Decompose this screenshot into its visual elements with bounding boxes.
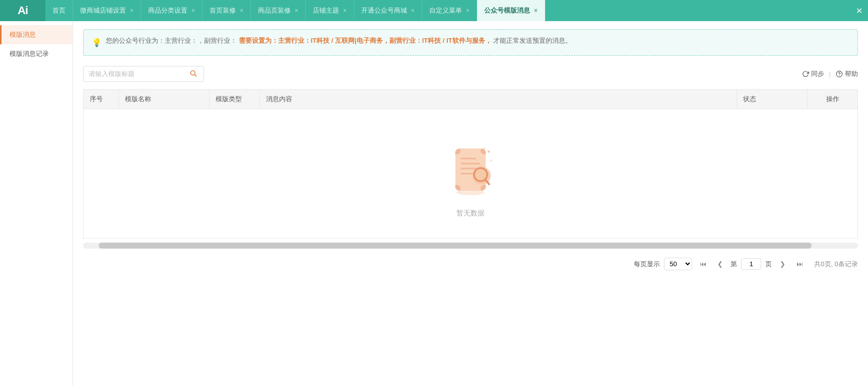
search-input-wrap xyxy=(83,66,204,82)
tab-开通公众号商城[interactable]: 开通公众号商城× xyxy=(354,0,422,21)
tab-close-icon[interactable]: × xyxy=(240,7,243,14)
notice-text: 您的公众号行业为：主营行业：，副营行业： 需要设置为：主营行业：IT科技 / 互… xyxy=(106,36,572,46)
scroll-thumb xyxy=(99,243,812,249)
help-label: 帮助 xyxy=(845,69,858,79)
tab-list: 首页微商城店铺设置×商品分类设置×首页装修×商品页装修×店铺主题×开通公众号商城… xyxy=(45,0,850,21)
total-info: 共0页, 0条记录 xyxy=(814,260,858,269)
svg-text:✦: ✦ xyxy=(487,149,491,155)
tab-label: 自定义菜单 xyxy=(429,6,462,15)
tab-首页装修[interactable]: 首页装修× xyxy=(203,0,251,21)
tab-close-icon[interactable]: × xyxy=(466,7,470,14)
tab-close-icon[interactable]: × xyxy=(343,7,347,14)
tab-label: 公众号模版消息 xyxy=(484,6,530,15)
toolbar-right: 同步 | 帮助 xyxy=(802,69,858,79)
tab-label: 商品页装修 xyxy=(258,6,291,15)
empty-text: 暂无数据 xyxy=(84,209,857,218)
notice-box: 💡 您的公众号行业为：主营行业：，副营行业： 需要设置为：主营行业：IT科技 /… xyxy=(83,29,858,56)
bulb-icon: 💡 xyxy=(92,36,102,49)
tab-close-icon[interactable]: × xyxy=(130,7,133,14)
tab-label: 首页 xyxy=(52,6,65,15)
tab-close-icon[interactable]: × xyxy=(295,7,298,14)
tab-label: 店铺主题 xyxy=(313,6,339,15)
search-bar: 同步 | 帮助 xyxy=(83,66,858,82)
page-di-label: 第 xyxy=(730,260,737,269)
last-page-button[interactable]: ⏭ xyxy=(793,258,806,271)
tab-close-icon[interactable]: × xyxy=(411,7,415,14)
content-area: 💡 您的公众号行业为：主营行业：，副营行业： 需要设置为：主营行业：IT科技 /… xyxy=(73,21,868,386)
tab-close-icon[interactable]: × xyxy=(534,7,538,14)
tab-店铺主题[interactable]: 店铺主题× xyxy=(306,0,354,21)
top-nav: Ai 首页微商城店铺设置×商品分类设置×首页装修×商品页装修×店铺主题×开通公众… xyxy=(0,0,868,21)
col-header-seq: 序号 xyxy=(84,89,119,109)
empty-state: ✦ ✦ ✦ 暂无数据 xyxy=(84,109,857,238)
pagination: 每页显示 102050100 ⏮ ❮ 第 页 ❯ ⏭ 共0页, 0条记录 xyxy=(83,253,858,274)
tab-label: 开通公众号商城 xyxy=(361,6,407,15)
col-header-name: 模版名称 xyxy=(119,89,210,109)
sidebar: 模版消息模版消息记录 xyxy=(0,21,73,386)
svg-line-1 xyxy=(194,74,196,76)
current-page-input[interactable] xyxy=(741,258,761,270)
horizontal-scrollbar[interactable] xyxy=(83,243,858,249)
tab-label: 首页装修 xyxy=(210,6,236,15)
close-all-button[interactable]: ✕ xyxy=(850,0,868,21)
help-button[interactable]: 帮助 xyxy=(836,69,858,79)
svg-text:✦: ✦ xyxy=(490,159,493,163)
page-size-label: 每页显示 xyxy=(634,260,660,269)
prev-page-button[interactable]: ❮ xyxy=(713,258,726,271)
tab-label: 商品分类设置 xyxy=(148,6,187,15)
first-page-button[interactable]: ⏮ xyxy=(696,258,709,271)
sync-label: 同步 xyxy=(811,69,824,79)
tab-close-icon[interactable]: × xyxy=(191,7,195,14)
tab-自定义菜单[interactable]: 自定义菜单× xyxy=(422,0,477,21)
page-size-select[interactable]: 102050100 xyxy=(664,258,692,270)
tab-商品分类设置[interactable]: 商品分类设置× xyxy=(141,0,203,21)
page-label: 页 xyxy=(765,260,772,269)
tab-商品页装修[interactable]: 商品页装修× xyxy=(251,0,306,21)
search-button[interactable] xyxy=(184,66,202,82)
empty-icon: ✦ ✦ ✦ xyxy=(440,139,501,200)
data-table: 序号模版名称模版类型消息内容状态操作 xyxy=(83,89,858,239)
next-page-button[interactable]: ❯ xyxy=(776,258,789,271)
col-header-type: 模版类型 xyxy=(210,89,260,109)
col-header-status: 状态 xyxy=(737,89,808,109)
sidebar-item-模版消息记录[interactable]: 模版消息记录 xyxy=(0,44,73,63)
tab-label: 微商城店铺设置 xyxy=(80,6,126,15)
search-input[interactable] xyxy=(84,67,184,81)
tab-首页[interactable]: 首页 xyxy=(45,0,73,21)
tab-公众号模版消息[interactable]: 公众号模版消息× xyxy=(477,0,545,21)
col-header-action: 操作 xyxy=(808,89,858,109)
toolbar-divider: | xyxy=(829,70,831,78)
brand-logo: Ai xyxy=(0,0,45,21)
main-layout: 模版消息模版消息记录 💡 您的公众号行业为：主营行业：，副营行业： 需要设置为：… xyxy=(0,21,868,386)
sidebar-item-模版消息[interactable]: 模版消息 xyxy=(0,25,73,44)
col-header-content: 消息内容 xyxy=(260,89,737,109)
tab-微商城店铺设置[interactable]: 微商城店铺设置× xyxy=(73,0,141,21)
svg-text:✦: ✦ xyxy=(483,147,486,150)
notice-highlight: 需要设置为：主营行业：IT科技 / 互联网|电子商务，副营行业：IT科技 / I… xyxy=(239,37,492,44)
sync-button[interactable]: 同步 xyxy=(802,69,824,79)
